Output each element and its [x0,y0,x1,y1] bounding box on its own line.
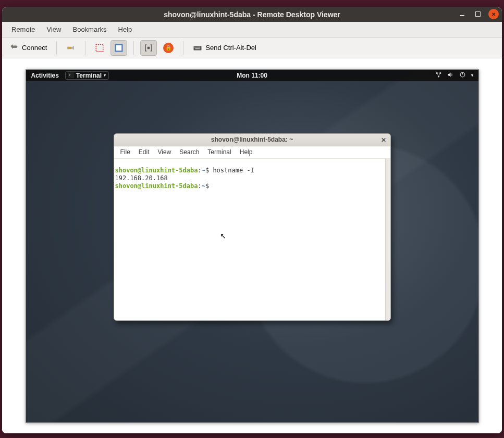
term-menu-edit[interactable]: Edit [134,147,154,157]
network-icon[interactable] [435,71,442,79]
separator [85,41,85,55]
term-menu-search[interactable]: Search [175,147,203,157]
svg-rect-10 [194,46,195,47]
terminal-line: shovon@linuxhint-5daba:~$ hostname -I [115,167,254,174]
svg-rect-14 [199,46,200,47]
svg-rect-8 [147,46,150,49]
svg-rect-21 [462,72,462,74]
plug-icon [66,43,76,53]
term-menu-help[interactable]: Help [236,147,257,157]
terminal-window[interactable]: shovon@linuxhint-5daba: ~ ✕ File Edit Vi… [114,133,391,321]
menu-bookmarks[interactable]: Bookmarks [67,23,112,35]
chevron-down-icon: ▾ [104,73,106,78]
toolbar: Connect Send Ctrl-Alt-Del [2,37,502,58]
svg-rect-3 [73,46,74,49]
menu-remote[interactable]: Remote [6,23,41,35]
terminal-titlebar[interactable]: shovon@linuxhint-5daba: ~ ✕ [114,134,390,146]
fit-icon [114,43,124,53]
terminal-body[interactable]: shovon@linuxhint-5daba:~$ hostname -I 19… [114,159,390,320]
terminal-line: 192.168.20.168 [115,174,168,182]
terminal-close-button[interactable]: ✕ [379,135,388,145]
viewport: Activities Terminal ▾ Mon 11:00 [2,58,502,433]
svg-rect-12 [197,46,198,47]
fullscreen-icon [95,43,104,53]
svg-rect-5 [98,46,102,50]
bracket-icon [144,43,153,53]
window-title: shovon@linuxhint-5daba - Remote Desktop … [2,10,502,19]
app-menu[interactable]: Terminal ▾ [65,71,109,80]
lock-icon [163,43,174,53]
terminal-menubar: File Edit View Search Terminal Help [114,146,390,159]
separator [133,41,134,55]
svg-rect-7 [116,45,122,51]
chevron-down-icon[interactable]: ▾ [471,73,473,78]
svg-rect-0 [68,46,72,49]
svg-rect-13 [198,46,199,47]
gnome-topbar[interactable]: Activities Terminal ▾ Mon 11:00 [26,70,478,81]
send-cad-label: Send Ctrl-Alt-Del [205,44,256,52]
svg-rect-15 [195,48,200,49]
terminal-title: shovon@linuxhint-5daba: ~ [114,136,390,143]
term-menu-file[interactable]: File [116,147,134,157]
terminal-icon [68,72,74,78]
fullscreen-button[interactable] [92,40,107,56]
terminal-line: shovon@linuxhint-5daba:~$ [115,182,213,190]
disconnect-button[interactable] [63,40,79,56]
minimize-button[interactable] [457,9,468,19]
volume-icon[interactable] [447,71,454,79]
remote-desktop[interactable]: Activities Terminal ▾ Mon 11:00 [26,69,479,423]
term-menu-terminal[interactable]: Terminal [203,147,235,157]
menu-view[interactable]: View [42,23,67,35]
connect-button[interactable]: Connect [6,40,50,56]
app-window: shovon@linuxhint-5daba - Remote Desktop … [2,7,502,433]
close-button[interactable] [488,9,499,19]
separator [183,41,183,55]
window-controls [457,9,499,19]
readonly-button[interactable] [160,40,177,56]
keyboard-icon [193,43,202,53]
separator [56,41,57,55]
menu-help[interactable]: Help [113,23,138,35]
svg-rect-11 [196,46,197,47]
term-menu-view[interactable]: View [154,147,176,157]
app-menu-label: Terminal [76,72,102,79]
svg-rect-16 [68,72,74,78]
maximize-button[interactable] [473,9,483,19]
scaling-button[interactable] [110,40,127,56]
scrollbar[interactable] [385,159,390,320]
activities-button[interactable]: Activities [31,72,59,79]
svg-rect-1 [71,47,73,47]
titlebar[interactable]: shovon@linuxhint-5daba - Remote Desktop … [2,7,502,22]
power-icon[interactable] [459,71,466,79]
connect-label: Connect [22,44,47,52]
menubar: Remote View Bookmarks Help [2,22,502,37]
connect-icon [9,43,19,53]
send-cad-button[interactable]: Send Ctrl-Alt-Del [190,40,260,56]
svg-rect-2 [71,48,73,48]
svg-rect-9 [194,46,202,50]
keyboard-grab-button[interactable] [140,40,157,56]
